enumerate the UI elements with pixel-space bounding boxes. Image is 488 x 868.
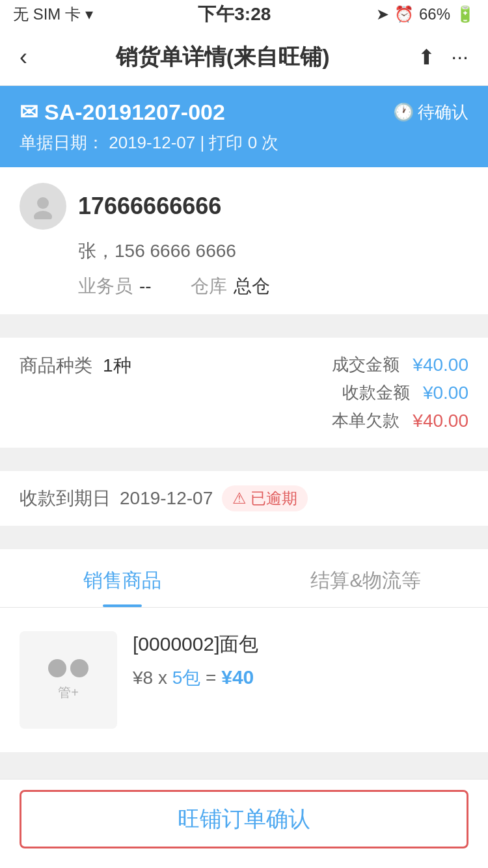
battery-icon: 🔋	[455, 5, 475, 23]
price-unit: ¥8 x	[133, 668, 172, 688]
product-type-label: 商品种类	[20, 353, 92, 378]
product-image: 管+	[20, 631, 117, 729]
status-left: 无 SIM 卡 ▾	[13, 4, 93, 25]
overdue-text: 已逾期	[251, 488, 297, 509]
order-status: 🕐 待确认	[393, 101, 468, 124]
sim-label: 无 SIM 卡 ▾	[13, 4, 93, 25]
separator: |	[200, 133, 209, 152]
svg-point-0	[37, 197, 49, 209]
due-date-value: 2019-12-07	[120, 488, 213, 509]
overdue-warning-icon: ⚠	[232, 489, 247, 508]
order-id: ✉ SA-20191207-002	[20, 99, 225, 125]
product-type-value: 1种	[103, 353, 131, 378]
owed-label: 本单欠款	[332, 409, 400, 432]
page-title: 销货单详情(来自旺铺)	[116, 42, 330, 72]
price-equals: =	[206, 668, 221, 688]
date-label: 单据日期：	[20, 133, 104, 152]
bottom-bar: 旺铺订单确认	[0, 779, 488, 868]
battery-label: 66%	[419, 5, 450, 23]
product-name: [0000002]面包	[133, 631, 468, 658]
owed-value: ¥40.00	[413, 411, 468, 431]
location-icon: ➤	[376, 5, 389, 23]
status-clock-icon: 🕐	[393, 102, 414, 122]
due-date-section: 收款到期日 2019-12-07 ⚠ 已逾期	[0, 471, 488, 526]
price-total: ¥40	[221, 666, 254, 688]
customer-section: 17666666666 张，156 6666 6666 业务员 -- 仓库 总仓	[0, 167, 488, 314]
amount-value: ¥40.00	[413, 355, 468, 375]
product-info: [0000002]面包 ¥8 x 5包 = ¥40	[133, 631, 468, 729]
owl-eye-left	[48, 659, 66, 677]
product-logo: 管+	[48, 659, 88, 701]
order-icon: ✉	[20, 99, 38, 125]
sales-rep: 业务员 --	[78, 274, 152, 299]
avatar	[20, 183, 66, 230]
divider-3	[0, 537, 488, 549]
warehouse-value: 总仓	[234, 274, 270, 299]
sales-rep-value: --	[139, 276, 152, 297]
warehouse: 仓库 总仓	[191, 274, 270, 299]
print-info: 打印 0 次	[209, 133, 278, 152]
divider-2	[0, 459, 488, 471]
price-quantity: 5包	[172, 668, 201, 688]
svg-point-1	[34, 211, 52, 219]
warehouse-label: 仓库	[191, 274, 227, 299]
product-list: 管+ [0000002]面包 ¥8 x 5包 = ¥40	[0, 608, 488, 752]
customer-meta: 业务员 -- 仓库 总仓	[78, 274, 468, 299]
order-date: 2019-12-07	[109, 133, 195, 152]
status-time: 下午3:28	[198, 2, 271, 27]
status-bar: 无 SIM 卡 ▾ 下午3:28 ➤ ⏰ 66% 🔋	[0, 0, 488, 29]
owl-logo	[48, 659, 88, 677]
status-right: ➤ ⏰ 66% 🔋	[376, 5, 475, 23]
header-banner: ✉ SA-20191207-002 🕐 待确认 单据日期： 2019-12-07…	[0, 86, 488, 167]
back-button[interactable]: ‹	[20, 44, 27, 71]
amount-label: 成交金额	[332, 353, 400, 376]
tabs-section: 销售商品 结算&物流等	[0, 549, 488, 608]
customer-name: 张，156 6666 6666	[78, 239, 468, 264]
more-icon[interactable]: ···	[451, 45, 468, 69]
summary-section: 商品种类 1种 成交金额 ¥40.00 收款金额 ¥0.00 本单欠款 ¥40.…	[0, 338, 488, 448]
sales-rep-label: 业务员	[78, 274, 133, 299]
tab-sales-products[interactable]: 销售商品	[0, 549, 244, 607]
due-date-label: 收款到期日	[20, 486, 111, 511]
owl-eye-right	[70, 659, 88, 677]
share-icon[interactable]: ⬆	[418, 45, 435, 70]
amount-row: 成交金额 ¥40.00	[332, 353, 468, 376]
owed-row: 本单欠款 ¥40.00	[332, 409, 468, 432]
received-row: 收款金额 ¥0.00	[342, 381, 468, 404]
owl-plus-icon: 管+	[58, 684, 79, 701]
status-text: 待确认	[418, 101, 468, 124]
banner-date-info: 单据日期： 2019-12-07 | 打印 0 次	[20, 131, 468, 154]
alarm-icon: ⏰	[394, 5, 414, 23]
received-value: ¥0.00	[423, 383, 468, 403]
nav-actions: ⬆ ···	[418, 45, 468, 70]
customer-phone: 17666666666	[78, 193, 221, 220]
nav-bar: ‹ 销货单详情(来自旺铺) ⬆ ···	[0, 29, 488, 86]
tab-settlement[interactable]: 结算&物流等	[244, 549, 488, 607]
banner-top: ✉ SA-20191207-002 🕐 待确认	[20, 99, 468, 125]
product-price: ¥8 x 5包 = ¥40	[133, 666, 468, 690]
product-item: 管+ [0000002]面包 ¥8 x 5包 = ¥40	[20, 621, 468, 739]
overdue-badge: ⚠ 已逾期	[222, 485, 308, 511]
order-id-text: SA-20191207-002	[44, 100, 225, 125]
summary-right: 成交金额 ¥40.00 收款金额 ¥0.00 本单欠款 ¥40.00	[332, 353, 468, 432]
summary-left: 商品种类 1种	[20, 353, 332, 378]
customer-header: 17666666666	[20, 183, 468, 230]
received-label: 收款金额	[342, 381, 410, 404]
confirm-button[interactable]: 旺铺订单确认	[20, 790, 468, 848]
divider-1	[0, 326, 488, 338]
